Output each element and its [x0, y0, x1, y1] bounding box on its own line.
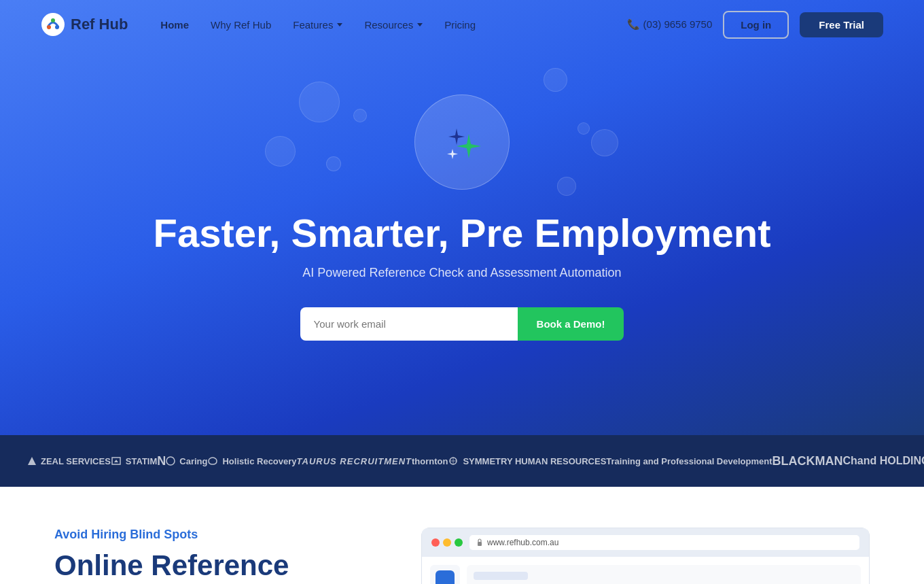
nav-links: Home Why Ref Hub Features Resources Pric… — [160, 19, 627, 31]
logo[interactable]: Ref Hub — [41, 12, 128, 37]
hero-cta-form: Book a Demo! — [300, 307, 624, 341]
logo-blackman: BLACKMAN — [772, 454, 843, 468]
bubble-7 — [265, 136, 296, 167]
navbar: Ref Hub Home Why Ref Hub Features Resour… — [0, 0, 924, 49]
bubble-4 — [578, 122, 590, 135]
nav-features[interactable]: Features — [293, 19, 342, 31]
hero-subtitle: AI Powered Reference Check and Assessmen… — [302, 266, 621, 280]
browser-url-bar: www.refhub.com.au — [469, 535, 859, 550]
sparkle-icon — [435, 115, 489, 169]
logo-thornton: thornton — [412, 456, 448, 466]
logos-strip: ZEAL SERVICES STATIM N Caring Holistic R… — [0, 435, 924, 487]
logo-zeal-services: ZEAL SERVICES — [27, 456, 111, 466]
email-input[interactable] — [300, 307, 518, 341]
resources-chevron-icon — [417, 23, 423, 27]
free-trial-button[interactable]: Free Trial — [800, 12, 883, 37]
bubble-2 — [353, 109, 367, 122]
nav-resources[interactable]: Resources — [364, 19, 423, 31]
hero-title: Faster, Smarter, Pre Employment — [153, 211, 770, 255]
lock-icon — [476, 538, 483, 547]
browser-maximize-dot — [455, 538, 463, 547]
bubble-1 — [299, 82, 340, 122]
svg-point-3 — [51, 18, 55, 22]
bottom-tag: Avoid Hiring Blind Spots — [54, 528, 380, 542]
logo-training: Training and Professional Development — [606, 456, 772, 466]
nav-pricing[interactable]: Pricing — [444, 19, 476, 31]
features-chevron-icon — [337, 23, 342, 27]
browser-close-dot — [431, 538, 440, 547]
svg-marker-6 — [114, 460, 118, 462]
logo-holistic-recovery: Holistic Recovery — [207, 456, 296, 466]
logo-chand: Chand HOLDINGS — [842, 455, 924, 467]
sidebar-icon-1 — [436, 570, 455, 584]
nav-why-refhub[interactable]: Why Ref Hub — [211, 19, 271, 31]
browser-mockup: www.refhub.com.au — [421, 528, 870, 584]
logo-n: N — [157, 454, 166, 468]
bubble-3 — [544, 68, 567, 92]
bottom-section: Avoid Hiring Blind Spots Online Referenc… — [0, 487, 924, 584]
nav-home[interactable]: Home — [160, 19, 189, 31]
browser-mockup-container: www.refhub.com.au — [421, 528, 870, 584]
bubble-8 — [591, 129, 618, 156]
logo-caring: Caring — [166, 456, 207, 466]
book-demo-button[interactable]: Book a Demo! — [518, 307, 624, 341]
browser-main — [467, 565, 861, 584]
bubble-5 — [326, 156, 341, 171]
browser-content — [422, 557, 869, 584]
svg-point-7 — [166, 457, 175, 465]
svg-point-2 — [55, 25, 59, 29]
nav-right: 📞 (03) 9656 9750 Log in Free Trial — [627, 11, 883, 39]
svg-point-1 — [47, 25, 51, 29]
svg-rect-9 — [478, 542, 482, 546]
svg-point-0 — [41, 13, 65, 36]
browser-bar: www.refhub.com.au — [422, 528, 869, 557]
logo-taurus: TAURUS RECRUITMENT — [297, 456, 412, 466]
browser-minimize-dot — [443, 538, 451, 547]
browser-dots — [431, 538, 463, 547]
bubble-6 — [557, 177, 576, 196]
hero-section: Faster, Smarter, Pre Employment AI Power… — [0, 0, 924, 435]
sparkle-container — [414, 95, 510, 190]
phone-link[interactable]: 📞 (03) 9656 9750 — [627, 18, 712, 31]
logo-text: Ref Hub — [71, 16, 128, 33]
browser-sidebar — [430, 565, 460, 584]
logo-symmetry: SYMMETRY HUMAN RESOURCES — [448, 456, 606, 466]
bottom-title: Online Reference Checks & — [54, 550, 380, 584]
svg-marker-4 — [28, 457, 36, 465]
logo-statim: STATIM — [111, 456, 157, 466]
bottom-left: Avoid Hiring Blind Spots Online Referenc… — [54, 528, 380, 584]
login-button[interactable]: Log in — [723, 11, 789, 39]
logo-icon — [41, 12, 65, 37]
